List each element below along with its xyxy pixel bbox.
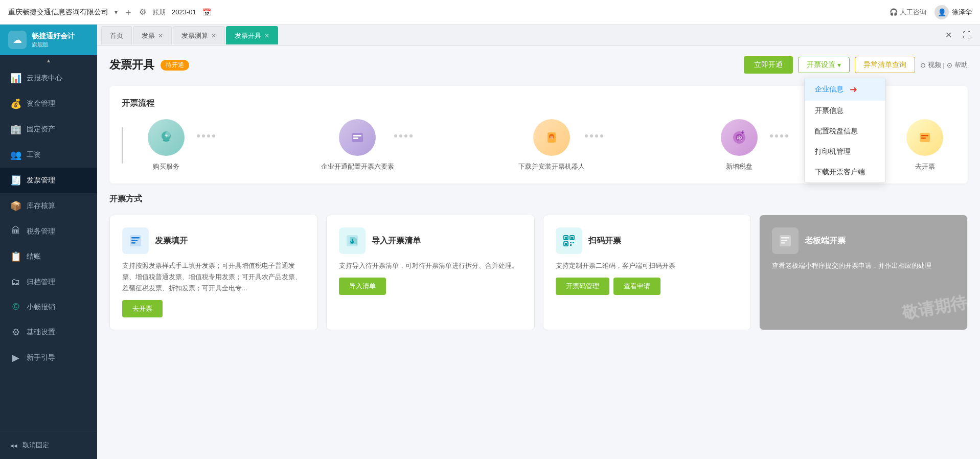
unpin-button[interactable]: ◂◂ 取消固定 [0,435,97,455]
fill-invoice-button[interactable]: 去开票 [122,300,163,317]
page-title-area: 发票开具 待开通 [109,57,189,73]
sidebar-item-label: 基础设置 [27,328,55,337]
scroll-up-button[interactable]: ▲ [0,55,97,65]
activate-button[interactable]: 立即开通 [744,56,793,74]
avatar: 👤 [935,5,949,19]
tab-fapiao[interactable]: 发票 ✕ [133,26,172,44]
svg-rect-17 [131,237,140,239]
chevron-down-icon[interactable]: ▾ [115,9,118,16]
settings-dropdown: 企业信息 ➜ 开票信息 配置税盘信息 打印机管理 下 [804,78,886,183]
sidebar-item-shuiwu[interactable]: 🏛 税务管理 [0,219,97,244]
flow-step-label: 购买服务 [153,162,179,171]
flow-step-buy: + 购买服务 [135,119,197,171]
methods-grid: 发票填开 支持按照发票样式手工填开发票；可开具增值税电子普通发票、增值税普通发票… [109,215,968,330]
add-icon[interactable]: ＋ [124,6,133,18]
clipboard-icon: 📋 [10,251,21,262]
sidebar-item-jiezhang[interactable]: 📋 结账 [0,244,97,269]
flow-step-go-invoice: 去开票 [894,119,955,171]
status-badge: 待开通 [161,60,189,71]
page-content: 发票开具 待开通 立即开通 开票设置 ▾ 异常清单查询 ⊙ 视频 | ⊙ [97,46,980,459]
sidebar-item-gudingzichan[interactable]: 🏢 固定资产 [0,117,97,142]
method-desc: 查看老板端小程序提交的开票申请，并作出相应的处理 [772,260,955,271]
flow-step-label: 新增税盘 [726,162,753,171]
methods-section-title: 开票方式 [109,194,968,204]
boss-invoice-icon [772,227,799,254]
method-card-fill: 发票填开 支持按照发票样式手工填开发票；可开具增值税电子普通发票、增值税普通发票… [109,215,318,330]
method-desc: 支持导入待开票清单，可对待开票清单进行拆分、合并处理。 [339,260,522,271]
import-list-button[interactable]: 导入清单 [339,278,386,295]
anomaly-button[interactable]: 异常清单查询 [855,57,915,73]
sidebar-item-label: 库存核算 [27,201,55,211]
dropdown-item-company-info[interactable]: 企业信息 ➜ [805,78,885,101]
dropdown-item-invoice-info[interactable]: 开票信息 [805,101,885,121]
svg-rect-32 [781,240,787,241]
methods-section: 开票方式 [109,194,968,330]
sidebar-item-kucun[interactable]: 📦 库存核算 [0,193,97,219]
sidebar-item-label: 税务管理 [27,227,55,236]
play-circle-icon: ⊙ [920,61,926,69]
content-area: 首页 发票 ✕ 发票测算 ✕ 发票开具 ✕ ✕ ⛶ [97,25,980,459]
sidebar-item-jichushezhi[interactable]: ⚙ 基础设置 [0,319,97,345]
company-name: 重庆畅捷交通信息咨询有限公司 [8,8,108,17]
sidebar-item-gongzi[interactable]: 👥 工资 [0,142,97,168]
top-bar: 重庆畅捷交通信息咨询有限公司 ▾ ＋ ⚙ 账期 2023-01 📅 🎧 人工咨询… [0,0,980,25]
method-title: 扫码开票 [588,236,621,246]
svg-rect-4 [353,135,361,136]
view-apply-button[interactable]: 查看申请 [613,278,660,295]
flow-connector-1 [197,134,321,137]
svg-rect-31 [781,237,789,239]
tab-bar: 首页 发票 ✕ 发票测算 ✕ 发票开具 ✕ ✕ ⛶ [97,25,980,46]
help-button[interactable]: ⊙ 视频 | ⊙ 帮助 [920,60,968,70]
tax-disk-icon: 税 + [721,119,758,156]
page-title: 发票开具 [109,57,154,73]
fill-invoice-icon [122,227,149,254]
sidebar-item-xinshou[interactable]: ▶ 新手引导 [0,345,97,371]
page-header: 发票开具 待开通 立即开通 开票设置 ▾ 异常清单查询 ⊙ 视频 | ⊙ [109,56,968,74]
svg-rect-5 [353,137,358,139]
money-icon: 💰 [10,98,21,109]
flow-step-label: 下载并安装开票机器人 [518,162,585,171]
method-desc: 支持定制开票二维码，客户端可扫码开票 [556,260,739,271]
go-invoice-icon [906,119,943,156]
method-card-header: 扫码开票 [556,227,739,254]
sidebar-item-label: 固定资产 [27,125,55,134]
arrow-right-icon: ➜ [850,84,857,95]
consult-button[interactable]: 🎧 人工咨询 [890,8,926,17]
tab-close-fapiao[interactable]: ✕ [158,32,163,39]
svg-text:≡: ≡ [550,134,553,140]
calendar-icon[interactable]: 📅 [202,8,211,16]
sidebar-item-fapiao[interactable]: 🧾 发票管理 [0,168,97,193]
user-info[interactable]: 👤 徐泽华 [935,5,972,19]
method-title: 发票填开 [155,236,188,246]
close-tab-button[interactable]: ✕ [941,28,955,42]
scan-manage-button[interactable]: 开票码管理 [556,278,609,295]
scan-invoice-icon [556,227,582,254]
download-icon: ≡ [533,119,570,156]
tab-close-cesuan[interactable]: ✕ [211,32,216,39]
dropdown-item-tax-disk[interactable]: 配置税盘信息 [805,121,885,142]
configure-icon [339,119,376,156]
sidebar-item-guidang[interactable]: 🗂 归档管理 [0,269,97,294]
building-icon: 🏢 [10,124,21,135]
sidebar-item-xiaochang[interactable]: © 小畅报销 [0,294,97,319]
tab-close-kaiju[interactable]: ✕ [264,32,269,39]
dropdown-item-printer[interactable]: 打印机管理 [805,142,885,162]
svg-rect-27 [570,242,572,243]
settings-icon[interactable]: ⚙ [139,7,146,17]
sidebar-item-zijin[interactable]: 💰 资金管理 [0,91,97,117]
question-icon: ⊙ [947,61,952,69]
svg-text:+: + [741,129,745,136]
tab-home[interactable]: 首页 [101,26,132,44]
svg-rect-14 [921,135,928,136]
logo-sub: 旗舰版 [32,41,75,49]
sidebar-item-yunbao[interactable]: 📊 云报表中心 [0,65,97,91]
overlay-text: 敬请期待 [900,292,968,326]
svg-rect-33 [781,242,785,244]
tab-fapiao-kaiju[interactable]: 发票开具 ✕ [226,26,278,44]
method-title: 老板端开票 [805,236,846,246]
settings-button[interactable]: 开票设置 ▾ [798,57,850,73]
tab-fapiao-cesuan[interactable]: 发票测算 ✕ [173,26,225,44]
maximize-button[interactable]: ⛶ [960,28,974,42]
sidebar-item-label: 小畅报销 [27,303,55,312]
dropdown-item-download-client[interactable]: 下载开票客户端 [805,162,885,182]
